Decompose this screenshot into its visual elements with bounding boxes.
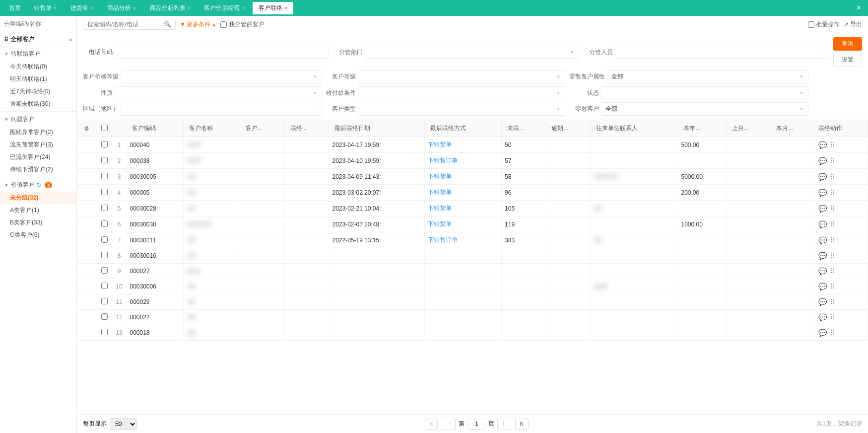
action-more-icon[interactable]: ⠿ — [830, 205, 835, 213]
close-product-analysis-tab[interactable]: × — [133, 5, 136, 11]
sidebar-item-a-class[interactable]: A类客户(1) — [0, 204, 76, 216]
row-checkbox[interactable] — [101, 173, 108, 179]
row-checkbox[interactable] — [101, 220, 108, 227]
action-chat-icon[interactable]: 💬 — [818, 267, 827, 275]
filter-search-input[interactable] — [87, 21, 162, 28]
nav-tab-customer-contact[interactable]: 客户联络 × — [253, 2, 293, 14]
row-checkbox[interactable] — [101, 236, 108, 243]
action-chat-icon[interactable]: 💬 — [818, 252, 827, 260]
refresh-icon[interactable]: ↻ — [37, 182, 42, 189]
sidebar-item-today-pending[interactable]: 今天待联络(0) — [0, 61, 76, 73]
sidebar-all-customers[interactable]: ⠿ 全部客户 « — [0, 32, 76, 47]
my-customers-check[interactable] — [220, 21, 227, 28]
sidebar-item-churn-warning[interactable]: 流失预警客户(3) — [0, 139, 76, 151]
row-checkbox[interactable] — [101, 141, 108, 147]
filter-input-customer-level[interactable]: ▼ — [358, 71, 565, 83]
page-number-input[interactable] — [467, 419, 485, 430]
nav-home[interactable]: 首页 — [4, 2, 26, 14]
sidebar-group-value[interactable]: ▼ 价值客户 ↻ 8 — [0, 178, 76, 192]
filter-input-region[interactable]: ··· — [121, 103, 322, 116]
action-more-icon[interactable]: ⠿ — [830, 157, 835, 165]
th-last-month[interactable]: :上月... — [727, 120, 771, 137]
action-chat-icon[interactable]: 💬 — [818, 236, 827, 244]
row-checkbox[interactable] — [101, 189, 108, 195]
select-all-checkbox[interactable] — [101, 125, 108, 131]
row-checkbox[interactable] — [101, 329, 108, 335]
first-page-btn[interactable]: K — [425, 419, 438, 430]
action-chat-icon[interactable]: 💬 — [818, 173, 827, 181]
action-more-icon[interactable]: ⠿ — [830, 298, 835, 306]
row-checkbox[interactable] — [101, 157, 108, 163]
sidebar-group-pending[interactable]: ▼ 待联络客户 — [0, 47, 76, 61]
filter-input-status[interactable]: ▼ — [601, 86, 808, 99]
close-all-tabs[interactable]: × — [854, 2, 864, 13]
th-no-contact[interactable]: :未联... — [502, 120, 546, 137]
sidebar-item-c-class[interactable]: C类客户(6) — [0, 229, 76, 241]
batch-op-btn[interactable]: 批量操作 — [808, 20, 840, 29]
action-more-icon[interactable]: ⠿ — [830, 267, 835, 275]
filter-input-scatter-customer[interactable]: 全部▼ — [601, 102, 808, 116]
query-button[interactable]: 查询 — [833, 37, 862, 51]
filter-input-manager[interactable]: ··· — [615, 46, 829, 59]
nav-tab-product-analysis-list[interactable]: 商品分析列表 × — [144, 2, 197, 14]
sidebar-collapse-icon[interactable]: « — [69, 36, 72, 43]
action-more-icon[interactable]: ⠿ — [830, 173, 835, 181]
action-chat-icon[interactable]: 💬 — [818, 313, 827, 321]
prev-page-btn[interactable]: 〈 — [441, 418, 456, 430]
action-chat-icon[interactable]: 💬 — [818, 283, 827, 290]
th-last-contact-date[interactable]: :最后联络日期 — [329, 120, 424, 137]
th-this-year[interactable]: :本年... — [678, 120, 727, 137]
sidebar-item-tomorrow-pending[interactable]: 明天待联络(1) — [0, 73, 76, 85]
action-chat-icon[interactable]: 💬 — [818, 298, 827, 306]
sidebar-item-ungroup[interactable]: 未分组(32) — [0, 192, 76, 204]
action-chat-icon[interactable]: 💬 — [818, 141, 827, 149]
filter-input-scatter-attr[interactable]: 全部▼ — [607, 70, 808, 83]
more-conditions-btn[interactable]: ▼ 更多条件 ▲ — [180, 20, 216, 29]
close-customer-segment-tab[interactable]: × — [242, 5, 245, 11]
filter-input-payment[interactable]: ▼ — [358, 86, 565, 99]
th-settings[interactable]: ⚙ — [77, 120, 97, 137]
action-chat-icon[interactable]: 💬 — [818, 205, 827, 213]
close-sales-tab[interactable]: × — [54, 5, 57, 11]
action-more-icon[interactable]: ⠿ — [830, 141, 835, 149]
row-checkbox[interactable] — [101, 252, 108, 258]
sidebar-item-churned[interactable]: 已流失客户(24) — [0, 151, 76, 163]
nav-tab-sales[interactable]: 销售单 × — [28, 2, 63, 14]
action-chat-icon[interactable]: 💬 — [818, 220, 827, 228]
sidebar-item-declining[interactable]: 持续下滑客户(2) — [0, 163, 76, 176]
nav-tab-purchase[interactable]: 进货单 × — [65, 2, 99, 14]
action-chat-icon[interactable]: 💬 — [818, 157, 827, 165]
nav-tab-product-analysis[interactable]: 商品分析 × — [101, 2, 142, 14]
next-page-btn[interactable]: 〉 — [497, 418, 512, 430]
reset-button[interactable]: 设置 — [833, 53, 862, 67]
filter-search-icon[interactable]: 🔍 — [164, 21, 171, 28]
row-checkbox[interactable] — [101, 267, 108, 274]
row-checkbox[interactable] — [101, 283, 108, 289]
filter-input-phone[interactable] — [115, 46, 329, 59]
sidebar-search-input[interactable] — [4, 20, 77, 27]
filter-input-dept[interactable]: ▼ — [365, 46, 579, 59]
sidebar-item-7day-pending[interactable]: 近7天待联络(0) — [0, 85, 76, 98]
th-name[interactable]: :客户名称 — [184, 120, 240, 137]
row-checkbox[interactable] — [101, 298, 108, 304]
filter-input-nature[interactable]: ▼ — [115, 86, 322, 99]
action-more-icon[interactable]: ⠿ — [830, 283, 835, 290]
th-overdue[interactable]: :逾期... — [546, 120, 591, 137]
th-this-month[interactable]: :本月... — [771, 120, 815, 137]
action-more-icon[interactable]: ⠿ — [830, 236, 835, 244]
action-more-icon[interactable]: ⠿ — [830, 329, 835, 337]
row-checkbox[interactable] — [101, 205, 108, 211]
nav-tab-customer-segment[interactable]: 客户分层经营 × — [198, 2, 251, 14]
sidebar-item-hoarding-abnormal[interactable]: 囤购异常客户(2) — [0, 126, 76, 139]
close-customer-contact-tab[interactable]: × — [284, 5, 287, 11]
sidebar-item-overdue[interactable]: 逾期未联络(30) — [0, 98, 76, 110]
th-contact[interactable]: :联络... — [284, 120, 329, 137]
export-btn[interactable]: ↗ 导出 — [844, 20, 862, 29]
filter-input-customer-type[interactable]: ▼ — [358, 103, 565, 116]
page-size-select[interactable]: 50 100 200 — [110, 418, 137, 430]
action-more-icon[interactable]: ⠿ — [830, 252, 835, 260]
close-product-analysis-list-tab[interactable]: × — [188, 5, 191, 11]
th-contacts[interactable]: :往来单位联系人 — [591, 120, 678, 137]
row-checkbox[interactable] — [101, 313, 108, 320]
action-chat-icon[interactable]: 💬 — [818, 189, 827, 197]
